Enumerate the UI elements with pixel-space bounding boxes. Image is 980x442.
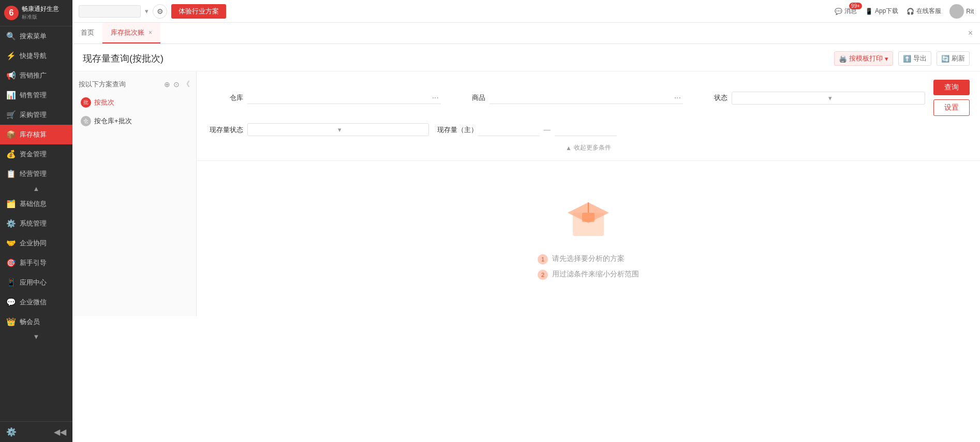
settings-icon[interactable]: ⚙️ [6, 427, 17, 437]
marketing-nav-icon: 📢 [6, 71, 16, 80]
tabs-bar: 首页 库存批次账 × × [72, 23, 980, 44]
sidebar-item-enterprise[interactable]: 🤝 企业协同 [0, 233, 72, 253]
warehouse-filter-dots[interactable]: ··· [430, 93, 441, 102]
print-icon: 🖨️ [839, 55, 847, 63]
user-avatar-action[interactable]: Rit [949, 4, 974, 19]
collapse-panel-icon[interactable]: 《 [183, 80, 190, 89]
sidebar-item-marketing[interactable]: 📢 营销推广 [0, 66, 72, 85]
sidebar-item-system[interactable]: ⚙️ 系统管理 [0, 214, 72, 233]
scroll-down-btn[interactable]: ▼ [0, 332, 72, 342]
step2-text: 用过滤条件来缩小分析范围 [552, 270, 639, 279]
stock-qty-min-input[interactable] [478, 124, 540, 136]
stock-qty-filter-group: 现存量（主） — [437, 124, 659, 136]
scheme-by-batch-label: 按批次 [94, 98, 114, 107]
tab-close-btn[interactable]: × [149, 29, 152, 36]
sidebar-item-shortcut[interactable]: ⚡ 快捷导航 [0, 46, 72, 66]
collapse-more-conditions-btn[interactable]: ▲ 收起更多条件 [566, 143, 611, 152]
operations-nav-icon: 📋 [6, 169, 16, 179]
sidebar-item-basic-label: 基础信息 [20, 199, 47, 209]
sidebar-item-basic[interactable]: 🗂️ 基础信息 [0, 194, 72, 214]
goods-filter-group: 商品 ··· [449, 92, 683, 104]
add-scheme-icon[interactable]: ⊕ [164, 80, 170, 89]
step1-text: 请先选择要分析的方案 [552, 254, 625, 263]
online-service-label: 在线客服 [916, 7, 941, 16]
right-panel: 仓库 ··· 商品 ··· [197, 71, 980, 316]
sidebar-item-search[interactable]: 🔍 搜索菜单 [0, 26, 72, 46]
refresh-btn[interactable]: 🔄 刷新 [937, 51, 970, 66]
sidebar-item-guide[interactable]: 🎯 新手引导 [0, 253, 72, 273]
export-icon: ⬆️ [903, 55, 911, 63]
sidebar-item-finance-label: 资金管理 [20, 150, 47, 159]
messages-action[interactable]: 💬 消息 99+ [835, 7, 857, 16]
topbar-settings-btn[interactable]: ⚙ [153, 4, 167, 19]
home-tab-label: 首页 [81, 28, 94, 37]
stock-status-arrow-icon: ▾ [338, 126, 424, 134]
sidebar-item-sales[interactable]: 📊 销售管理 [0, 85, 72, 105]
sidebar-item-wechat[interactable]: 💬 企业微信 [0, 292, 72, 312]
sidebar-item-purchase-label: 采购管理 [20, 110, 47, 120]
stock-status-select[interactable]: ▾ [247, 123, 429, 136]
tab-inventory-batch[interactable]: 库存批次账 × [102, 23, 160, 43]
sidebar-item-enterprise-label: 企业协同 [20, 239, 47, 248]
active-tab-label: 库存批次账 [111, 28, 144, 37]
close-all-tabs-btn[interactable]: × [961, 28, 980, 38]
stock-qty-dash: — [540, 126, 555, 134]
print-btn-label: 按模板打印 [849, 54, 883, 63]
stock-qty-max-input[interactable] [555, 124, 617, 136]
topbar-dropdown-icon[interactable]: ▾ [145, 7, 149, 15]
warehouse-filter-group: 仓库 ··· [207, 92, 441, 104]
member-nav-icon: 👑 [6, 317, 16, 327]
message-icon: 💬 [835, 8, 842, 15]
page-header-actions: 🖨️ 按模板打印 ▾ ⬆️ 导出 🔄 刷新 [834, 51, 970, 66]
warehouse-filter-input-wrapper: ··· [247, 92, 441, 104]
purchase-nav-icon: 🛒 [6, 110, 16, 120]
empty-box-icon [562, 192, 614, 244]
app-download-action[interactable]: 📱 App下载 [865, 7, 898, 16]
scheme-settings-icon[interactable]: ⊙ [173, 80, 180, 89]
print-template-btn[interactable]: 🖨️ 按模板打印 ▾ [834, 51, 893, 66]
tab-home[interactable]: 首页 [72, 23, 102, 43]
sidebar-item-apps[interactable]: 📱 应用中心 [0, 273, 72, 292]
step1-num: 1 [538, 254, 548, 264]
brand-logo: 6 [4, 6, 19, 20]
main-area: ▾ ⚙ 体验行业方案 💬 消息 99+ 📱 App下载 🎧 在线客服 Rit [72, 0, 980, 442]
goods-filter-dots[interactable]: ··· [672, 93, 683, 102]
scheme-item-by-batch[interactable]: 批 按批次 [72, 93, 196, 112]
user-name: Rit [966, 8, 974, 15]
page-title: 现存量查询(按批次) [83, 52, 164, 65]
scheme-active-icon: 批 [81, 97, 91, 108]
sidebar-item-inventory-label: 库存核算 [20, 130, 47, 139]
apps-nav-icon: 📱 [6, 278, 16, 287]
page-content: 现存量查询(按批次) 🖨️ 按模板打印 ▾ ⬆️ 导出 🔄 刷新 [72, 44, 980, 442]
sidebar-item-purchase[interactable]: 🛒 采购管理 [0, 105, 72, 125]
topbar: ▾ ⚙ 体验行业方案 💬 消息 99+ 📱 App下载 🎧 在线客服 Rit [72, 0, 980, 23]
scheme-item-by-warehouse-batch[interactable]: 仓 按仓库+批次 [72, 112, 196, 130]
sidebar-item-inventory[interactable]: 📦 库存核算 [0, 125, 72, 144]
settings-button[interactable]: 设置 [933, 99, 970, 116]
experience-industry-btn[interactable]: 体验行业方案 [171, 4, 226, 19]
export-btn[interactable]: ⬆️ 导出 [898, 51, 931, 66]
user-avatar [949, 4, 964, 19]
page-header: 现存量查询(按批次) 🖨️ 按模板打印 ▾ ⬆️ 导出 🔄 刷新 [72, 44, 980, 71]
content-area: 按以下方案查询 ⊕ ⊙ 《 批 按批次 仓 按仓库+批次 [72, 71, 980, 316]
sidebar-item-search-label: 搜索菜单 [20, 32, 47, 41]
status-filter-group: 状态 ▾ [691, 92, 925, 105]
sidebar-item-member[interactable]: 👑 畅会员 [0, 312, 72, 332]
online-service-action[interactable]: 🎧 在线客服 [907, 7, 941, 16]
status-filter-select[interactable]: ▾ [732, 92, 925, 105]
collapse-sidebar-icon[interactable]: ◀◀ [54, 427, 66, 437]
goods-filter-input[interactable] [489, 92, 672, 104]
scroll-up-btn[interactable]: ▲ [0, 184, 72, 194]
system-nav-icon: ⚙️ [6, 219, 16, 228]
sidebar-item-wechat-label: 企业微信 [20, 298, 47, 307]
warehouse-filter-input[interactable] [247, 92, 430, 104]
goods-filter-input-wrapper: ··· [489, 92, 683, 104]
sidebar-item-operations[interactable]: 📋 经营管理 [0, 164, 72, 184]
phone-icon: 📱 [865, 8, 873, 15]
query-button[interactable]: 查询 [933, 80, 970, 95]
sidebar-item-finance[interactable]: 💰 资金管理 [0, 144, 72, 164]
search-nav-icon: 🔍 [6, 32, 16, 41]
basic-nav-icon: 🗂️ [6, 199, 16, 209]
empty-step-1: 1 请先选择要分析的方案 [538, 254, 639, 264]
topbar-search-input[interactable] [79, 5, 141, 18]
